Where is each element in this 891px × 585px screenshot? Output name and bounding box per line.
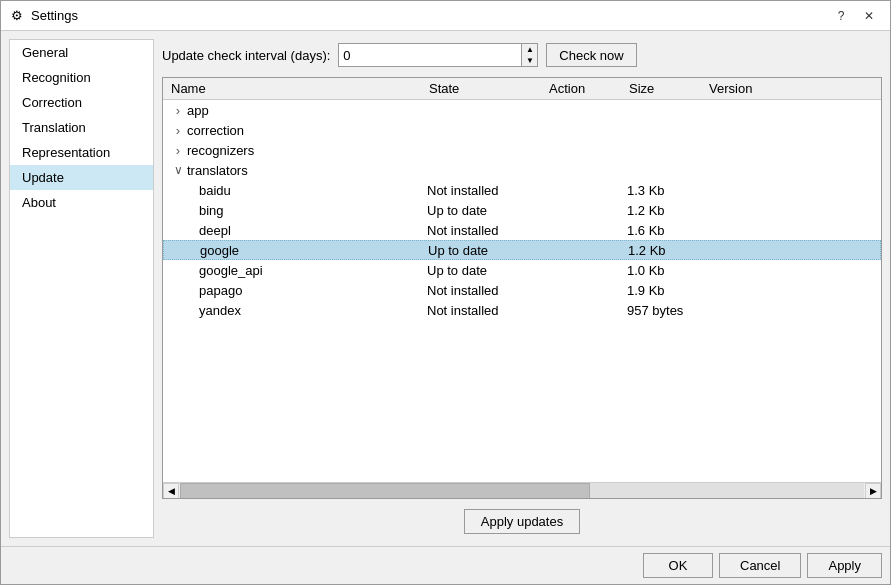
tree-cell-name-translators: ∨ translators [163, 163, 423, 178]
tree-label-google-api: google_api [199, 263, 263, 278]
tree-cell-state-deepl: Not installed [423, 223, 543, 238]
sidebar-item-correction[interactable]: Correction [10, 90, 153, 115]
expand-icon-correction [171, 123, 185, 138]
scroll-track[interactable] [180, 483, 864, 499]
tree-label-deepl: deepl [199, 223, 231, 238]
tree-cell-state-google: Up to date [424, 243, 544, 258]
apply-updates-button[interactable]: Apply updates [464, 509, 580, 534]
tree-cell-name-papago: papago [163, 283, 423, 298]
scroll-thumb[interactable] [180, 483, 590, 499]
tree-label-recognizers: recognizers [187, 143, 254, 158]
sidebar-item-update[interactable]: Update [10, 165, 153, 190]
sidebar: General Recognition Correction Translati… [9, 39, 154, 538]
close-button[interactable]: ✕ [856, 5, 882, 27]
main-panel: Update check interval (days): ▲ ▼ Check … [162, 39, 882, 538]
tree-label-correction: correction [187, 123, 244, 138]
settings-icon: ⚙ [9, 8, 25, 24]
update-interval-label: Update check interval (days): [162, 48, 330, 63]
tree-cell-name-google-api: google_api [163, 263, 423, 278]
update-interval-row: Update check interval (days): ▲ ▼ Check … [162, 39, 882, 71]
title-bar: ⚙ Settings ? ✕ [1, 1, 890, 31]
tree-cell-name-baidu: baidu [163, 183, 423, 198]
title-bar-controls: ? ✕ [828, 5, 882, 27]
scroll-left-button[interactable]: ◀ [163, 483, 179, 499]
tree-cell-state-google-api: Up to date [423, 263, 543, 278]
tree-cell-size-baidu: 1.3 Kb [623, 183, 703, 198]
tree-row-app[interactable]: app [163, 100, 881, 120]
tree-row-yandex[interactable]: yandex Not installed 957 bytes [163, 300, 881, 320]
tree-cell-name-bing: bing [163, 203, 423, 218]
tree-cell-size-papago: 1.9 Kb [623, 283, 703, 298]
help-button[interactable]: ? [828, 5, 854, 27]
tree-row-google[interactable]: google Up to date 1.2 Kb [163, 240, 881, 260]
tree-table: Name State Action Size Version app [162, 77, 882, 499]
tree-cell-size-deepl: 1.6 Kb [623, 223, 703, 238]
tree-cell-size-bing: 1.2 Kb [623, 203, 703, 218]
tree-cell-state-papago: Not installed [423, 283, 543, 298]
sidebar-item-translation[interactable]: Translation [10, 115, 153, 140]
interval-input[interactable] [339, 44, 521, 66]
tree-row-correction[interactable]: correction [163, 120, 881, 140]
cancel-button[interactable]: Cancel [719, 553, 801, 578]
tree-label-papago: papago [199, 283, 242, 298]
tree-row-google-api[interactable]: google_api Up to date 1.0 Kb [163, 260, 881, 280]
check-now-button[interactable]: Check now [546, 43, 636, 67]
tree-cell-size-google: 1.2 Kb [624, 243, 704, 258]
tree-label-google: google [200, 243, 239, 258]
sidebar-item-general[interactable]: General [10, 40, 153, 65]
ok-button[interactable]: OK [643, 553, 713, 578]
spin-buttons: ▲ ▼ [521, 44, 537, 66]
scroll-right-button[interactable]: ▶ [865, 483, 881, 499]
tree-label-yandex: yandex [199, 303, 241, 318]
tree-cell-name-app: app [163, 103, 423, 118]
spin-up-button[interactable]: ▲ [522, 44, 537, 55]
tree-label-bing: bing [199, 203, 224, 218]
horizontal-scrollbar[interactable]: ◀ ▶ [163, 482, 881, 498]
apply-button[interactable]: Apply [807, 553, 882, 578]
content-area: General Recognition Correction Translati… [1, 31, 890, 546]
col-header-size: Size [623, 81, 703, 96]
tree-label-app: app [187, 103, 209, 118]
tree-row-recognizers[interactable]: recognizers [163, 140, 881, 160]
expand-icon-recognizers [171, 143, 185, 158]
tree-cell-state-yandex: Not installed [423, 303, 543, 318]
tree-row-papago[interactable]: papago Not installed 1.9 Kb [163, 280, 881, 300]
tree-cell-name-correction: correction [163, 123, 423, 138]
col-header-version: Version [703, 81, 881, 96]
sidebar-item-recognition[interactable]: Recognition [10, 65, 153, 90]
tree-header: Name State Action Size Version [163, 78, 881, 100]
sidebar-item-about[interactable]: About [10, 190, 153, 215]
bottom-bar: OK Cancel Apply [1, 546, 890, 584]
tree-cell-name-yandex: yandex [163, 303, 423, 318]
title-bar-left: ⚙ Settings [9, 8, 78, 24]
col-header-name: Name [163, 81, 423, 96]
apply-updates-row: Apply updates [162, 505, 882, 538]
settings-window: ⚙ Settings ? ✕ General Recognition Corre… [0, 0, 891, 585]
expand-icon-translators: ∨ [171, 163, 185, 177]
tree-row-translators[interactable]: ∨ translators [163, 160, 881, 180]
tree-label-baidu: baidu [199, 183, 231, 198]
col-header-action: Action [543, 81, 623, 96]
window-title: Settings [31, 8, 78, 23]
tree-label-translators: translators [187, 163, 248, 178]
tree-cell-name-deepl: deepl [163, 223, 423, 238]
tree-row-baidu[interactable]: baidu Not installed 1.3 Kb [163, 180, 881, 200]
tree-row-deepl[interactable]: deepl Not installed 1.6 Kb [163, 220, 881, 240]
tree-cell-name-recognizers: recognizers [163, 143, 423, 158]
tree-cell-name-google: google [164, 243, 424, 258]
col-header-state: State [423, 81, 543, 96]
tree-cell-state-baidu: Not installed [423, 183, 543, 198]
tree-cell-size-yandex: 957 bytes [623, 303, 703, 318]
spin-down-button[interactable]: ▼ [522, 55, 537, 66]
tree-cell-size-google-api: 1.0 Kb [623, 263, 703, 278]
tree-cell-state-bing: Up to date [423, 203, 543, 218]
sidebar-item-representation[interactable]: Representation [10, 140, 153, 165]
interval-input-wrap: ▲ ▼ [338, 43, 538, 67]
tree-row-bing[interactable]: bing Up to date 1.2 Kb [163, 200, 881, 220]
tree-body: app correction [163, 100, 881, 482]
expand-icon-app [171, 103, 185, 118]
